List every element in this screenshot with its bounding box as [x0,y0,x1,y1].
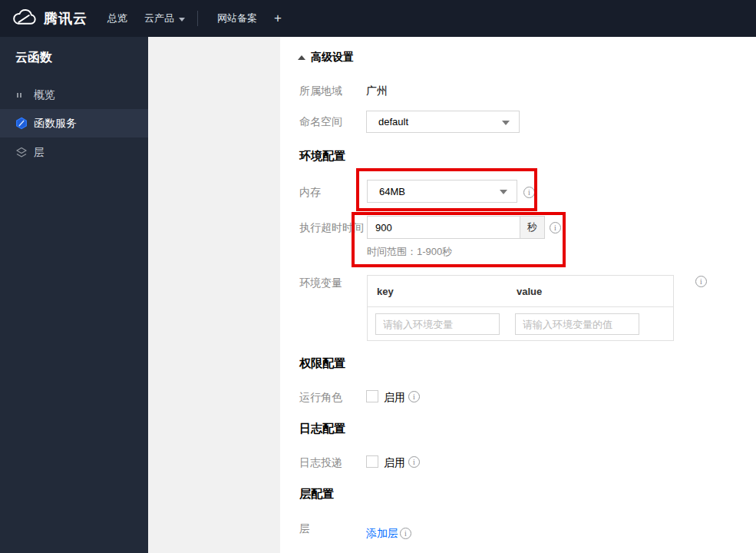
sidebar-item-function-service[interactable]: 函数服务 [0,109,148,137]
env-vars-input-row [368,307,673,342]
env-vars-info-icon[interactable] [695,276,707,287]
env-vars-label: 环境变量 [299,276,342,290]
log-delivery-enable-label: 启用 [384,456,405,470]
sidebar-item-label: 概览 [34,88,55,102]
triangle-down-icon [500,190,507,194]
tencent-cloud-console: 腾讯云 总览 云产品 网站备案 + 云函数 概览 [0,0,756,553]
layer-label: 层 [299,522,310,536]
top-navbar: 腾讯云 总览 云产品 网站备案 + [0,0,756,37]
nav-item-products[interactable]: 云产品 [144,12,185,25]
sidebar-item-overview[interactable]: 概览 [0,81,148,109]
section-log-config: 日志配置 [299,422,345,436]
brand-logo[interactable]: 腾讯云 [12,9,87,28]
namespace-selected-value: default [378,116,408,127]
nav-item-label: 云产品 [144,12,174,25]
namespace-label: 命名空间 [299,115,342,129]
log-delivery-checkbox[interactable] [366,455,378,468]
run-role-info-icon[interactable] [408,391,420,402]
nav-divider [197,11,198,26]
timeout-range-hint: 时间范围：1-900秒 [367,245,452,259]
run-role-checkbox[interactable] [366,390,378,402]
timeout-info-icon[interactable] [550,222,561,233]
env-value-header: value [517,286,542,297]
cloud-logo-icon [12,9,37,28]
add-tab-button[interactable]: + [274,11,282,26]
triangle-up-icon [298,55,305,60]
triangle-down-icon [502,121,510,125]
timeout-label: 执行超时时间 [299,221,364,235]
layer-info-icon[interactable] [400,528,411,539]
env-vars-header-row: key value [368,276,673,307]
brand-name: 腾讯云 [44,9,87,28]
add-layer-link[interactable]: 添加层 [366,527,398,541]
nav-item-label: 网站备案 [217,12,257,25]
sidebar-item-label: 函数服务 [34,117,77,131]
function-config-form: 高级设置 所属地域 广州 命名空间 default 环境配置 内存 64MB 执… [280,37,756,553]
function-hexagon-icon [15,118,28,130]
run-role-enable-label: 启用 [384,391,405,405]
layers-icon [15,147,28,159]
log-delivery-info-icon[interactable] [408,456,420,468]
env-value-input[interactable] [515,313,639,335]
memory-select[interactable]: 64MB [367,180,517,203]
timeout-unit: 秒 [520,216,545,239]
memory-label: 内存 [299,186,321,200]
advanced-settings-toggle[interactable]: 高级设置 [298,51,354,65]
section-layer-config: 层配置 [299,487,334,502]
region-value: 广州 [366,84,388,98]
section-permission-config: 权限配置 [299,356,345,371]
nav-item-beian[interactable]: 网站备案 [217,12,257,25]
chevron-down-icon [179,18,185,22]
env-key-header: key [377,286,394,297]
sidebar-item-label: 层 [34,146,45,160]
env-vars-table: key value [367,275,674,341]
advanced-settings-label: 高级设置 [311,51,354,65]
secondary-panel [148,37,280,553]
nav-item-label: 总览 [107,12,127,25]
timeout-input[interactable] [367,216,520,239]
memory-selected-value: 64MB [379,186,405,197]
namespace-select[interactable]: default [366,111,520,133]
env-key-input[interactable] [375,313,500,335]
sidebar: 云函数 概览 函数服务 层 [0,37,148,553]
sidebar-title: 云函数 [15,50,52,66]
nav-item-overview[interactable]: 总览 [107,12,127,25]
memory-info-icon[interactable] [523,187,535,198]
dashboard-grid-icon [15,89,28,101]
log-delivery-label: 日志投递 [299,456,342,470]
sidebar-item-layers[interactable]: 层 [0,138,148,167]
region-label: 所属地域 [299,84,342,98]
section-env-config: 环境配置 [299,149,345,164]
run-role-label: 运行角色 [299,391,342,405]
